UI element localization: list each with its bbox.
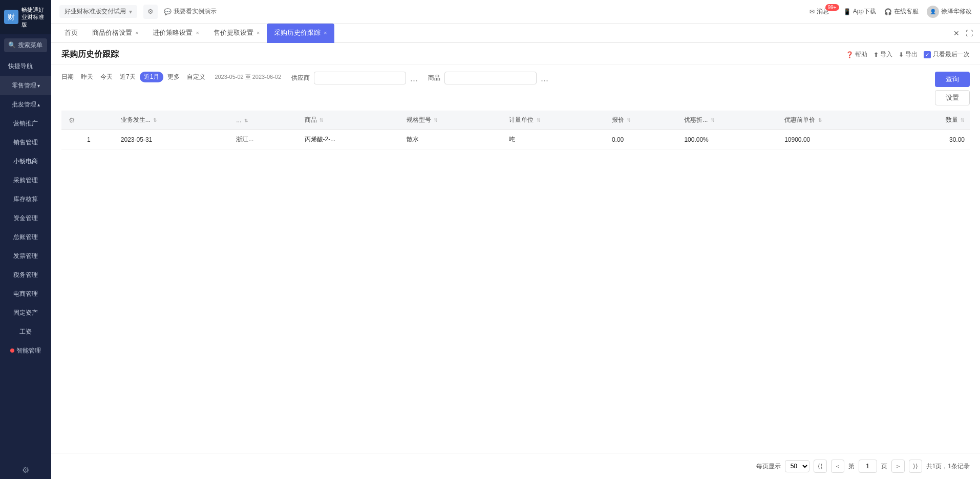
page-first-button[interactable]: ⟨⟨ (814, 460, 827, 473)
export-link[interactable]: ⬇ 导出 (899, 50, 918, 59)
tab-price-close[interactable]: × (135, 30, 138, 36)
tab-close-all-button[interactable]: ✕ (952, 28, 961, 38)
sidebar-item-ecom[interactable]: 电商管理 (0, 285, 51, 303)
tab-history-price-close[interactable]: × (324, 30, 327, 36)
filter-settings-button[interactable]: 设置 (935, 90, 970, 105)
product-input[interactable] (444, 72, 537, 84)
date-option-yesterday[interactable]: 昨天 (78, 72, 96, 82)
pagination: 每页显示 50 ⟨⟨ ＜ 第 1 页 ＞ ⟩⟩ 共1页，1条记录 (51, 453, 980, 479)
message-button[interactable]: ✉ 消息 99+ (809, 7, 835, 16)
tab-sale-price-close[interactable]: × (257, 30, 260, 36)
supplier-more-btn[interactable]: ... (410, 74, 418, 83)
version-label: 好业财标准版交付试用 (65, 7, 126, 16)
export-icon: ⬇ (899, 51, 904, 58)
th-discount[interactable]: 优惠折... ⇅ (679, 111, 779, 130)
sidebar-item-fixed-assets[interactable]: 固定资产 (0, 303, 51, 322)
tab-history-price[interactable]: 采购历史价跟踪 × (267, 24, 334, 43)
sidebar-item-invoice[interactable]: 发票管理 (0, 247, 51, 266)
page-number-input[interactable]: 1 (859, 460, 877, 473)
date-filter-label: 日期 (61, 73, 74, 81)
sidebar-item-wholesale[interactable]: 批发管理 ▴ (0, 95, 51, 114)
sidebar-item-invoice-label: 发票管理 (13, 252, 38, 260)
sidebar-item-ecom-small[interactable]: 小畅电商 (0, 152, 51, 171)
settings-icon-button[interactable]: ⚙ (143, 5, 158, 19)
th-discount-label: 优惠折... (684, 116, 708, 123)
date-option-today[interactable]: 今天 (97, 72, 116, 82)
version-selector[interactable]: 好业财标准版交付试用 ▾ (59, 5, 137, 18)
sidebar-item-marketing[interactable]: 营销推广 (0, 114, 51, 133)
sidebar-search-area: 🔍 搜索菜单 (0, 34, 51, 56)
table-wrap: ⚙ 业务发生... ⇅ ... ⇅ (51, 111, 980, 453)
sidebar-item-retail[interactable]: 零售管理 ▾ (0, 76, 51, 95)
page-title: 采购历史价跟踪 (61, 49, 119, 60)
th-quote[interactable]: 报价 ⇅ (607, 111, 679, 130)
logo-icon: 财 (4, 10, 18, 24)
user-name: 徐泽华修改 (941, 7, 972, 16)
column-settings-icon[interactable]: ⚙ (69, 116, 75, 124)
import-link[interactable]: ⬆ 导入 (874, 50, 892, 59)
tab-sale-price[interactable]: 售价提取设置 × (206, 24, 267, 43)
sidebar-item-capital[interactable]: 资金管理 (0, 209, 51, 228)
page-prev-button[interactable]: ＜ (831, 460, 844, 473)
sidebar-item-tax[interactable]: 税务管理 (0, 266, 51, 285)
quicknav-area: 快捷导航 (0, 56, 51, 76)
th-quantity[interactable]: 数量 ⇅ (897, 111, 970, 130)
quicknav-button[interactable]: 快捷导航 (4, 59, 47, 73)
tab-price[interactable]: 商品价格设置 × (85, 24, 145, 43)
th-more-cols[interactable]: ... ⇅ (231, 111, 299, 130)
page-last-button[interactable]: ⟩⟩ (909, 460, 922, 473)
sidebar-item-salary[interactable]: 工资 (0, 322, 51, 341)
sidebar: 财 畅捷通好业财标准版 🔍 搜索菜单 快捷导航 零售管理 ▾ 批发管理 ▴ 营销… (0, 0, 51, 479)
query-button[interactable]: 查询 (935, 72, 970, 87)
online-service-button[interactable]: 🎧 在线客服 (884, 7, 919, 16)
date-option-7days[interactable]: 近7天 (117, 72, 139, 82)
th-product[interactable]: 商品 ⇅ (300, 111, 401, 130)
message-badge: 99+ (825, 4, 839, 11)
th-biz-date[interactable]: 业务发生... ⇅ (116, 111, 231, 130)
th-seq (82, 111, 116, 130)
sidebar-item-smart[interactable]: 智能管理 (0, 341, 51, 360)
date-option-custom[interactable]: 自定义 (184, 72, 208, 82)
date-option-more[interactable]: 更多 (164, 72, 183, 82)
app-download-button[interactable]: 📱 App下载 (843, 7, 876, 16)
service-icon: 🎧 (884, 8, 892, 15)
help-link[interactable]: ❓ 帮助 (846, 50, 867, 59)
th-unit-label: 计量单位 (509, 116, 534, 123)
sidebar-settings-button[interactable]: ⚙ (22, 465, 29, 475)
sidebar-bottom: ⚙ (0, 461, 51, 479)
th-unit[interactable]: 计量单位 ⇅ (504, 111, 607, 130)
sort-icon: ⇅ (434, 118, 438, 123)
message-icon: ✉ (809, 8, 815, 15)
page-next-button[interactable]: ＞ (891, 460, 905, 473)
filter-actions: 查询 设置 (935, 72, 970, 105)
table-header-row: ⚙ 业务发生... ⇅ ... ⇅ (61, 111, 970, 130)
page-container: 采购历史价跟踪 ❓ 帮助 ⬆ 导入 ⬇ 导出 ✓ (51, 43, 980, 479)
tab-purchase-strategy-close[interactable]: × (196, 30, 199, 36)
tab-home[interactable]: 首页 (57, 24, 85, 43)
date-option-1month[interactable]: 近1月 (140, 72, 164, 82)
tab-purchase-strategy[interactable]: 进价策略设置 × (145, 24, 206, 43)
product-more-btn[interactable]: ... (541, 74, 548, 83)
demo-link[interactable]: 💬 我要看实例演示 (164, 7, 217, 16)
search-menu-button[interactable]: 🔍 搜索菜单 (4, 38, 47, 52)
product-filter-group: 商品 ... (428, 72, 548, 84)
quicknav-label: 快捷导航 (8, 62, 33, 70)
tab-expand-button[interactable]: ⛶ (965, 28, 974, 38)
sidebar-item-retail-label: 零售管理 (12, 81, 36, 90)
user-info[interactable]: 👤 徐泽华修改 (927, 6, 972, 18)
sidebar-item-purchase[interactable]: 采购管理 (0, 171, 51, 190)
date-range-display: 2023-05-02 至 2023-06-02 (215, 73, 281, 81)
th-pre-discount-price[interactable]: 优惠前单价 ⇅ (779, 111, 897, 130)
sidebar-item-inventory[interactable]: 库存核算 (0, 190, 51, 209)
export-label: 导出 (905, 50, 918, 59)
page-header: 采购历史价跟踪 ❓ 帮助 ⬆ 导入 ⬇ 导出 ✓ (51, 43, 980, 64)
th-gear[interactable]: ⚙ (61, 111, 82, 130)
th-spec[interactable]: 规格型号 ⇅ (401, 111, 504, 130)
row-supplier-cell: 浙江... (231, 130, 299, 149)
th-biz-date-label: 业务发生... (121, 116, 151, 123)
supplier-input[interactable] (314, 72, 406, 84)
last-only-checkbox[interactable]: ✓ 只看最后一次 (924, 50, 970, 59)
per-page-select[interactable]: 50 (785, 460, 809, 472)
sidebar-item-sales[interactable]: 销售管理 (0, 133, 51, 152)
sidebar-item-ledger[interactable]: 总账管理 (0, 228, 51, 247)
